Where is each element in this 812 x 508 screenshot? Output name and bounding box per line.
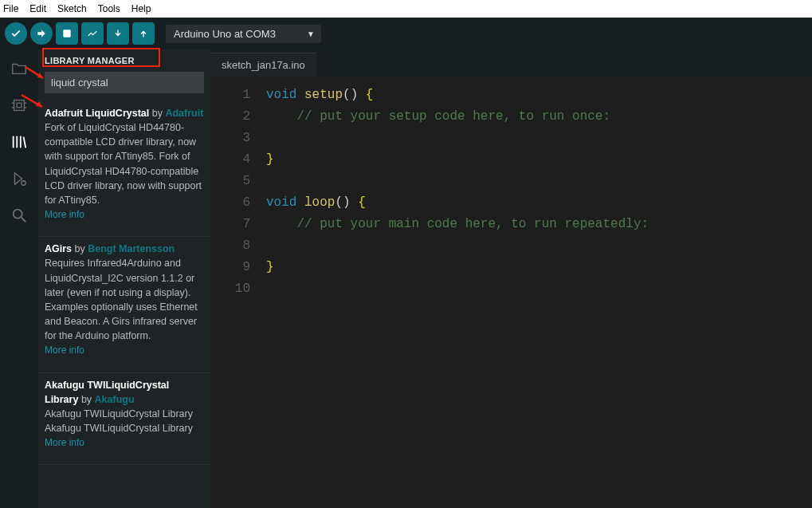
library-item[interactable]: Adafruit LiquidCrystal by Adafruit Fork … <box>38 101 210 237</box>
menu-help[interactable]: Help <box>131 3 151 14</box>
debug-icon[interactable] <box>10 169 29 188</box>
serial-plotter-button[interactable] <box>81 22 104 45</box>
svg-rect-1 <box>14 100 25 111</box>
board-selector[interactable]: Arduino Uno at COM3 ▼ <box>166 25 321 43</box>
upload-button[interactable] <box>30 22 53 45</box>
board-manager-icon[interactable] <box>10 96 29 115</box>
panel-title: LIBRARY MANAGER <box>38 49 210 72</box>
library-search-input[interactable] <box>45 72 204 93</box>
menu-sketch[interactable]: Sketch <box>57 3 87 14</box>
more-info-link[interactable]: More info <box>45 209 84 220</box>
lib-name: Adafruit LiquidCrystal <box>45 108 149 119</box>
svg-point-12 <box>22 181 26 186</box>
by-label: by <box>152 108 163 119</box>
more-info-link[interactable]: More info <box>45 345 84 356</box>
lib-desc: Requires Infrared4Arduino and LiquidCrys… <box>45 256 204 343</box>
editor-tabs: sketch_jan17a.ino <box>210 49 812 77</box>
more-info-link[interactable]: More info <box>45 437 84 448</box>
library-item[interactable]: AGirs by Bengt Martensson Requires Infra… <box>38 237 210 372</box>
lib-author: Bengt Martensson <box>88 243 175 254</box>
activity-bar <box>0 49 38 508</box>
chevron-down-icon: ▼ <box>307 30 315 38</box>
toolbar: Arduino Uno at COM3 ▼ <box>0 18 812 49</box>
menu-file[interactable]: File <box>3 3 18 14</box>
svg-point-13 <box>14 210 22 219</box>
lib-name: AGirs <box>45 243 72 254</box>
editor-area: sketch_jan17a.ino 12345678910 void setup… <box>210 49 812 508</box>
debug-button[interactable] <box>56 22 78 45</box>
lib-author: Akafugu <box>95 394 135 405</box>
verify-button[interactable] <box>5 22 27 45</box>
extra-button[interactable] <box>132 22 155 45</box>
lib-desc: Fork of LiquidCrystal HD44780-compatible… <box>45 120 204 207</box>
library-manager-icon[interactable] <box>10 132 29 152</box>
editor-tab[interactable]: sketch_jan17a.ino <box>210 53 316 77</box>
search-icon[interactable] <box>10 206 29 225</box>
lib-desc: Akafugu TWILiquidCrystal Library Akafugu… <box>45 407 204 435</box>
folder-icon[interactable] <box>10 59 29 78</box>
line-gutter: 12345678910 <box>210 85 266 508</box>
menu-tools[interactable]: Tools <box>98 3 120 14</box>
svg-rect-2 <box>17 103 22 108</box>
code-editor[interactable]: 12345678910 void setup() { // put your s… <box>210 77 812 508</box>
library-search <box>45 72 204 93</box>
board-label: Arduino Uno at COM3 <box>174 28 276 40</box>
serial-monitor-button[interactable] <box>107 22 129 45</box>
menu-bar: File Edit Sketch Tools Help <box>0 0 812 18</box>
lib-author: Adafruit <box>165 108 203 119</box>
by-label: by <box>75 243 85 254</box>
by-label: by <box>81 394 92 405</box>
menu-edit[interactable]: Edit <box>29 3 46 14</box>
svg-line-10 <box>24 137 26 148</box>
code-source[interactable]: void setup() { // put your setup code he… <box>266 85 812 508</box>
svg-rect-0 <box>63 30 70 37</box>
library-manager-panel: LIBRARY MANAGER Adafruit LiquidCrystal b… <box>38 49 210 508</box>
svg-line-14 <box>22 218 26 222</box>
library-item[interactable]: Akafugu TWILiquidCrystal Library by Akaf… <box>38 373 210 466</box>
